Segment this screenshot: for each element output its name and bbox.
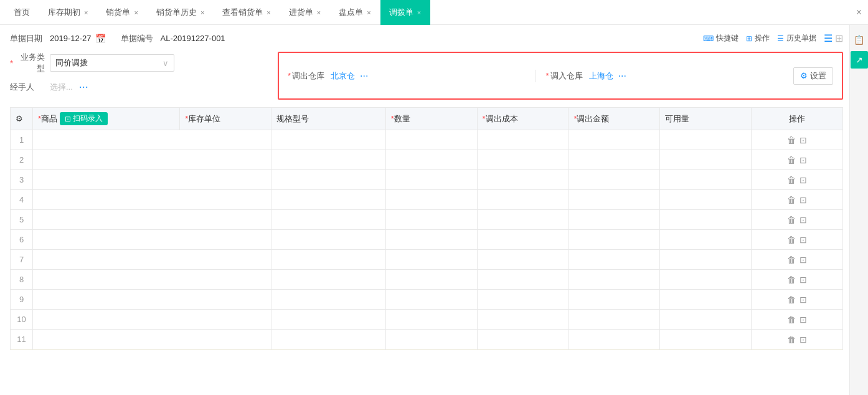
copy-icon-1[interactable]: ⊡	[800, 135, 807, 145]
delete-icon-8[interactable]: 🗑	[787, 275, 796, 285]
row-amount-5[interactable]	[568, 210, 660, 230]
row-cost-10[interactable]	[477, 310, 568, 330]
row-amount-9[interactable]	[568, 290, 660, 310]
calendar-icon[interactable]: 📅	[95, 34, 106, 44]
delete-icon-2[interactable]: 🗑	[787, 155, 796, 165]
layout-icon-1[interactable]: ☰	[824, 32, 833, 44]
row-amount-4[interactable]	[568, 190, 660, 210]
out-warehouse-value[interactable]: 北京仓	[331, 70, 355, 82]
row-qty-9[interactable]	[385, 290, 477, 310]
th-gear[interactable]: ⚙	[11, 108, 33, 130]
row-qty-3[interactable]	[385, 170, 477, 190]
tab-bar-close-button[interactable]: ×	[856, 7, 862, 18]
row-product-9[interactable]	[33, 290, 271, 310]
tab-close-purchase-order[interactable]: ×	[317, 9, 321, 16]
tab-transfer-order[interactable]: 调拨单 ×	[380, 0, 430, 25]
row-cost-6[interactable]	[477, 230, 568, 250]
in-warehouse-more-btn[interactable]: ···	[618, 70, 626, 82]
row-amount-6[interactable]	[568, 230, 660, 250]
copy-icon-6[interactable]: ⊡	[800, 235, 807, 245]
copy-icon-11[interactable]: ⊡	[800, 335, 807, 345]
delete-icon-4[interactable]: 🗑	[787, 195, 796, 205]
tab-sales-order[interactable]: 销货单 ×	[97, 0, 147, 25]
delete-icon-9[interactable]: 🗑	[787, 295, 796, 305]
row-amount-3[interactable]	[568, 170, 660, 190]
row-spec-7[interactable]	[271, 250, 386, 270]
out-warehouse-more-btn[interactable]: ···	[360, 70, 368, 82]
row-qty-8[interactable]	[385, 270, 477, 290]
copy-icon-10[interactable]: ⊡	[800, 315, 807, 325]
row-amount-7[interactable]	[568, 250, 660, 270]
row-cost-5[interactable]	[477, 210, 568, 230]
row-amount-2[interactable]	[568, 150, 660, 170]
row-qty-4[interactable]	[385, 190, 477, 210]
copy-icon-3[interactable]: ⊡	[800, 175, 807, 185]
row-product-1[interactable]	[33, 130, 271, 150]
copy-icon-7[interactable]: ⊡	[800, 255, 807, 265]
delete-icon-3[interactable]: 🗑	[787, 175, 796, 185]
row-spec-8[interactable]	[271, 270, 386, 290]
row-amount-11[interactable]	[568, 330, 660, 350]
history-btn[interactable]: ☰ 历史单据	[777, 33, 816, 44]
row-spec-9[interactable]	[271, 290, 386, 310]
copy-icon-4[interactable]: ⊡	[800, 195, 807, 205]
settings-button[interactable]: ⚙ 设置	[793, 67, 833, 85]
row-cost-8[interactable]	[477, 270, 568, 290]
row-product-2[interactable]	[33, 150, 271, 170]
tab-close-sales-history[interactable]: ×	[200, 9, 204, 16]
row-qty-5[interactable]	[385, 210, 477, 230]
tab-home[interactable]: 首页	[5, 0, 39, 25]
row-spec-2[interactable]	[271, 150, 386, 170]
row-spec-4[interactable]	[271, 190, 386, 210]
shortcut-btn[interactable]: ⌨ 快捷键	[703, 33, 738, 44]
delete-icon-7[interactable]: 🗑	[787, 255, 796, 265]
row-amount-1[interactable]	[568, 130, 660, 150]
row-spec-3[interactable]	[271, 170, 386, 190]
row-spec-11[interactable]	[271, 330, 386, 350]
handler-more-btn[interactable]: ···	[79, 80, 88, 93]
row-product-6[interactable]	[33, 230, 271, 250]
row-cost-3[interactable]	[477, 170, 568, 190]
tab-view-sales[interactable]: 查看销货单 ×	[214, 0, 280, 25]
row-product-4[interactable]	[33, 190, 271, 210]
row-spec-5[interactable]	[271, 210, 386, 230]
delete-icon-1[interactable]: 🗑	[787, 135, 796, 145]
row-product-10[interactable]	[33, 310, 271, 330]
sidebar-export-icon[interactable]: ↗	[851, 51, 868, 69]
row-qty-10[interactable]	[385, 310, 477, 330]
row-cost-1[interactable]	[477, 130, 568, 150]
row-cost-2[interactable]	[477, 150, 568, 170]
row-cost-9[interactable]	[477, 290, 568, 310]
copy-icon-2[interactable]: ⊡	[800, 155, 807, 165]
row-qty-6[interactable]	[385, 230, 477, 250]
row-qty-7[interactable]	[385, 250, 477, 270]
delete-icon-10[interactable]: 🗑	[787, 315, 796, 325]
business-type-select[interactable]: 同价调拨 ∨	[50, 54, 174, 72]
row-cost-7[interactable]	[477, 250, 568, 270]
tab-close-view-sales[interactable]: ×	[267, 9, 270, 16]
tab-purchase-order[interactable]: 进货单 ×	[280, 0, 330, 25]
tab-close-transfer-order[interactable]: ×	[417, 9, 421, 16]
row-qty-2[interactable]	[385, 150, 477, 170]
delete-icon-11[interactable]: 🗑	[787, 335, 796, 345]
copy-icon-9[interactable]: ⊡	[800, 295, 807, 305]
row-amount-8[interactable]	[568, 270, 660, 290]
in-warehouse-value[interactable]: 上海仓	[589, 70, 613, 82]
layout-icon-2[interactable]: ⊞	[835, 32, 843, 44]
row-product-11[interactable]	[33, 330, 271, 350]
copy-icon-5[interactable]: ⊡	[800, 215, 807, 225]
row-qty-11[interactable]	[385, 330, 477, 350]
row-product-8[interactable]	[33, 270, 271, 290]
row-spec-10[interactable]	[271, 310, 386, 330]
row-product-7[interactable]	[33, 250, 271, 270]
row-product-3[interactable]	[33, 170, 271, 190]
row-cost-4[interactable]	[477, 190, 568, 210]
tab-close-inventory-check[interactable]: ×	[367, 9, 370, 16]
delete-icon-5[interactable]: 🗑	[787, 215, 796, 225]
tab-sales-history[interactable]: 销货单历史 ×	[148, 0, 214, 25]
tab-close-sales-order[interactable]: ×	[134, 9, 138, 16]
tab-inventory-init[interactable]: 库存期初 ×	[39, 0, 97, 25]
scan-btn[interactable]: ⊡ 扫码录入	[60, 112, 108, 125]
row-spec-6[interactable]	[271, 230, 386, 250]
handler-placeholder[interactable]: 选择...	[50, 82, 73, 93]
